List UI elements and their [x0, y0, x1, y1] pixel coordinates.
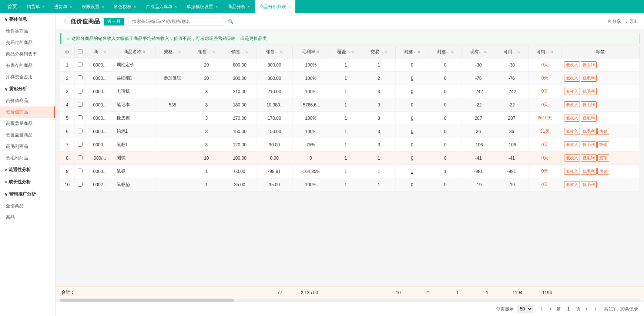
cell-checkbox[interactable] — [75, 98, 86, 112]
nav-product-analysis-list[interactable]: 商品分析列表× — [255, 0, 295, 13]
row-checkbox[interactable] — [78, 89, 83, 94]
th-cover[interactable]: 覆盖... ⇅ — [329, 46, 362, 58]
sidebar-group-flow[interactable]: > 流通性分析 — [0, 164, 55, 176]
th-sale3[interactable]: 销售... ⇅ — [256, 46, 292, 58]
sidebar-item-new-products[interactable]: 新品 — [0, 212, 55, 223]
sidebar-item-stocked-products[interactable]: 有库存的商品 — [0, 60, 55, 71]
nav-home[interactable]: 首页 — [3, 0, 21, 13]
cell-browse1[interactable]: 0 — [396, 72, 429, 85]
cell-checkbox[interactable] — [75, 138, 86, 152]
sidebar-group-marketing[interactable]: ∨ 营销推广分析 — [0, 188, 55, 200]
cell-checkbox[interactable] — [75, 85, 86, 98]
row-checkbox[interactable] — [78, 142, 83, 147]
prev-page-btn[interactable]: < — [547, 306, 554, 312]
th-tags[interactable]: 标签 — [561, 46, 640, 58]
next-page-btn[interactable]: > — [583, 306, 590, 312]
nav-permission-close[interactable]: × — [102, 4, 104, 9]
sidebar-item-all-products[interactable]: 全部商品 — [0, 200, 55, 212]
nav-product-analysis-close[interactable]: × — [248, 4, 250, 9]
sidebar-item-category-rate[interactable]: 商品分类销售率 — [0, 48, 55, 60]
browse-link[interactable]: 0 — [411, 182, 413, 187]
nav-purchase[interactable]: 进货单× — [50, 0, 76, 13]
search-icon[interactable]: 🔍 — [228, 19, 234, 24]
browse-link[interactable]: 0 — [411, 62, 413, 68]
th-browse1[interactable]: 浏览... ⇅ — [396, 46, 429, 58]
row-checkbox[interactable] — [78, 102, 83, 107]
row-checkbox[interactable] — [78, 155, 83, 160]
cell-browse1[interactable]: 0 — [396, 138, 429, 152]
nav-permission[interactable]: 权限设置× — [77, 0, 108, 13]
sidebar-collapse-btn[interactable]: 《 — [61, 18, 67, 25]
row-checkbox[interactable] — [78, 169, 83, 173]
table-wrapper[interactable]: ⚙ 商... ⇅ 商品名称 ⇅ 规格... ⇅ 销售... ⇅ 销售... ⇅ … — [56, 46, 644, 286]
cell-browse1[interactable]: 0 — [396, 98, 429, 112]
nav-sales[interactable]: 销货单× — [22, 0, 49, 13]
nav-template-close[interactable]: × — [215, 4, 218, 9]
nav-role[interactable]: 角色授权× — [109, 0, 140, 13]
sidebar-group-overall[interactable]: ∨ 整体信息 — [0, 13, 55, 26]
export-button[interactable]: ↓ 导出 — [625, 18, 638, 25]
browse-link[interactable]: 0 — [411, 89, 413, 94]
cell-browse1[interactable]: 0 — [396, 178, 429, 191]
sidebar-item-stock-capital[interactable]: 库存资金占用 — [0, 71, 55, 83]
browse-link[interactable]: 0 — [411, 129, 413, 134]
cell-checkbox[interactable] — [75, 178, 86, 191]
th-sellable[interactable]: 可销... ⇅ — [528, 46, 561, 58]
cell-browse1[interactable]: 0 — [396, 152, 429, 165]
nav-sales-close[interactable]: × — [42, 4, 44, 9]
cell-checkbox[interactable] — [75, 152, 86, 165]
nav-template[interactable]: 单据模板设置× — [182, 0, 222, 13]
browse-link[interactable]: 0 — [411, 142, 413, 147]
sidebar-item-low-value[interactable]: 低价值商品 — [0, 106, 55, 118]
th-browse2[interactable]: 浏览... ⇅ — [429, 46, 462, 58]
cell-checkbox[interactable] — [75, 72, 86, 85]
time-range-tag[interactable]: 近一月 — [104, 18, 124, 26]
last-page-btn[interactable]: 》 — [592, 305, 601, 313]
page-input[interactable] — [563, 306, 574, 312]
browse-link[interactable]: 1 — [411, 169, 413, 174]
th-name[interactable]: 商品名称 ⇅ — [114, 46, 155, 58]
browse-link[interactable]: 0 — [411, 102, 413, 108]
nav-product-analysis[interactable]: 商品分析× — [223, 0, 254, 13]
cell-checkbox[interactable] — [75, 58, 86, 72]
th-available[interactable]: 可用... ⇅ — [495, 46, 529, 58]
sidebar-group-contribution[interactable]: ∨ 贡献分析 — [0, 83, 55, 95]
th-settings[interactable]: ⚙ — [60, 46, 75, 58]
select-all-checkbox[interactable] — [78, 49, 83, 54]
th-code[interactable]: 商... ⇅ — [86, 46, 114, 58]
row-checkbox[interactable] — [78, 182, 83, 187]
row-checkbox[interactable] — [78, 75, 83, 80]
nav-product-analysis-list-close[interactable]: × — [288, 4, 291, 9]
cell-browse1[interactable]: 0 — [396, 125, 429, 138]
th-margin[interactable]: 毛利率 ⇅ — [292, 46, 329, 58]
row-checkbox[interactable] — [78, 129, 83, 133]
sidebar-item-high-coverage[interactable]: 高覆盖量商品 — [0, 118, 55, 129]
cell-browse1[interactable]: 0 — [396, 58, 429, 72]
row-checkbox[interactable] — [78, 115, 83, 120]
cell-browse1[interactable]: 1 — [396, 165, 429, 178]
row-checkbox[interactable] — [78, 62, 83, 67]
th-sale2[interactable]: 销售... ⇅ — [223, 46, 256, 58]
cell-checkbox[interactable] — [75, 165, 86, 178]
browse-link[interactable]: 0 — [411, 76, 413, 81]
browse-link[interactable]: 0 — [411, 156, 413, 161]
nav-product-in-close[interactable]: × — [175, 4, 177, 9]
nav-role-close[interactable]: × — [134, 4, 136, 9]
th-current[interactable]: 现有... ⇅ — [462, 46, 495, 58]
sidebar-item-low-profit[interactable]: 低毛利商品 — [0, 152, 55, 164]
share-button[interactable]: ⎘ 分享 — [608, 18, 621, 25]
th-trade[interactable]: 交易... ⇅ — [362, 46, 396, 58]
th-spec[interactable]: 规格... ⇅ — [155, 46, 190, 58]
nav-purchase-close[interactable]: × — [70, 4, 72, 9]
sidebar-item-high-value[interactable]: 高价值商品 — [0, 95, 55, 106]
browse-link[interactable]: 0 — [411, 116, 413, 121]
th-checkbox[interactable] — [75, 46, 86, 58]
sidebar-item-traded-products[interactable]: 交易过的商品 — [0, 37, 55, 48]
sidebar-item-sales-products[interactable]: 销售类商品 — [0, 26, 55, 37]
sidebar-item-low-coverage[interactable]: 低覆盖量商品 — [0, 129, 55, 141]
nav-product-in[interactable]: 产成品入库单× — [141, 0, 181, 13]
cell-browse1[interactable]: 0 — [396, 112, 429, 125]
sidebar-item-high-profit[interactable]: 高毛利商品 — [0, 141, 55, 152]
cell-checkbox[interactable] — [75, 125, 86, 138]
th-sale1[interactable]: 销售... ⇅ — [190, 46, 223, 58]
